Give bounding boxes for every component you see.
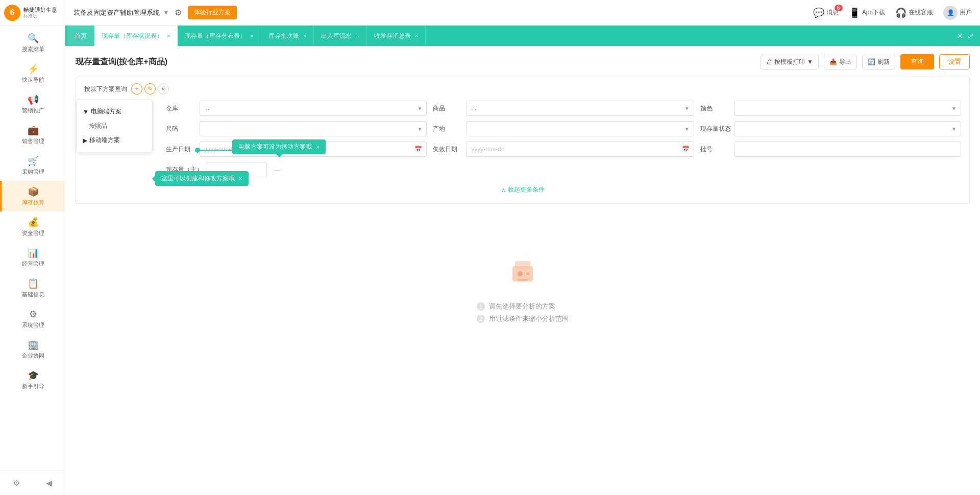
goods-select[interactable]: ... ▼ [467,101,694,116]
empty-tips: 1 请先选择要分析的方案 2 用过滤条件来缩小分析范围 [477,302,569,326]
guide-icon: 🎓 [28,370,39,381]
purchase-icon: 🛒 [28,155,39,167]
origin-select[interactable]: ▼ [467,121,694,136]
reset-button[interactable]: 设置 [939,54,970,69]
warehouse-select-arrow: ▼ [417,106,422,111]
size-select-arrow: ▼ [417,126,422,132]
system-dropdown-icon[interactable]: ▼ [163,9,169,16]
sidebar-item-system[interactable]: ⚙ 系统管理 [0,303,65,334]
page-actions: 🖨 按模板打印 ▼ 📤 导出 🔄 刷新 查询 设置 [761,54,970,69]
tooltip2-close[interactable]: × [239,175,242,182]
sidebar-item-guide[interactable]: 🎓 新手引导 [0,365,65,395]
batch-label: 批号 [700,145,731,154]
sidebar-item-search[interactable]: 🔍 搜索菜单 [0,28,65,58]
sidebar-item-quick-nav[interactable]: ⚡ 快速导航 [0,58,65,89]
search-button[interactable]: 查询 [900,54,934,69]
sidebar: 6 畅捷通好生意 标准版 🔍 搜索菜单 ⚡ 快速导航 📢 营销推广 💼 销售管理… [0,0,65,495]
filter-field-batch: 批号 [700,142,961,157]
user-area[interactable]: 👤 用户 [943,6,972,20]
app-download-btn[interactable]: 📱 App下载 [849,7,885,18]
page-title: 现存量查询(按仓库+商品) [76,57,167,67]
warehouse-select[interactable]: ... ▼ [200,101,427,116]
tab-close-inventory-status[interactable]: × [167,33,170,39]
marketing-icon: 📢 [28,94,39,105]
scheme-pc-child-1[interactable]: 按照品 [77,119,152,133]
filter-label: 按以下方案查询 [84,85,127,93]
maximize-icon[interactable]: ⤢ [967,31,974,41]
message-btn[interactable]: 💬 消息 6 [813,7,839,18]
sidebar-bottom: ⚙ ◀ [0,470,65,495]
close-all-tabs-icon[interactable]: ✕ [957,31,963,41]
collapse-sidebar-btn[interactable]: ◀ [44,476,54,490]
sidebar-item-finance[interactable]: 💰 资金管理 [0,211,65,242]
refresh-btn[interactable]: 🔄 刷新 [862,55,895,69]
scheme-tooltip-1: 电脑方案可设为移动方案哦 × [232,139,326,154]
empty-tip-1: 1 请先选择要分析的方案 [477,302,569,311]
scheme-mobile-group: ▶ 移动端方案 [77,133,152,148]
tab-collection-summary[interactable]: 收发存汇总表 × [367,26,426,46]
message-badge: 6 [835,5,843,11]
header-right: 💬 消息 6 📱 App下载 🎧 在线客服 👤 用户 [813,6,972,20]
gear-button[interactable]: ⚙ [175,8,182,17]
edit-scheme-btn[interactable]: ✎ [144,83,156,95]
origin-select-arrow: ▼ [684,126,690,132]
tab-batch-ledger[interactable]: 库存批次账 × [261,26,314,46]
filter-row-1: 仓库 ... ▼ 商品 ... ▼ 颜色 [166,101,961,116]
tab-close-inout-flow[interactable]: × [356,33,359,39]
filter-field-origin: 产地 ▼ [433,121,694,136]
tab-inventory-dist[interactable]: 现存量（库存分布表） × [178,26,261,46]
filter-actions: + ✎ « [131,83,169,95]
support-btn[interactable]: 🎧 在线客服 [895,7,933,18]
operation-icon: 📊 [28,247,39,258]
add-scheme-btn[interactable]: + [131,83,142,95]
inventory-icon: 📦 [28,186,39,197]
tab-close-batch-ledger[interactable]: × [303,33,306,39]
status-select[interactable]: ▼ [734,121,961,136]
sidebar-item-operation[interactable]: 📊 经营管理 [0,242,65,273]
tab-inout-flow[interactable]: 出入库流水 × [314,26,366,46]
arrow-scheme-btn[interactable]: « [158,83,169,95]
support-icon: 🎧 [895,7,906,18]
origin-label: 产地 [433,125,463,133]
filter-field-warehouse: 仓库 ... ▼ [166,101,427,116]
content-area: 现存量查询(按仓库+商品) 🖨 按模板打印 ▼ 📤 导出 🔄 刷新 [65,46,980,495]
tab-home[interactable]: 首页 [67,26,94,46]
sidebar-item-basic[interactable]: 📋 基础信息 [0,273,65,303]
tab-inventory-status[interactable]: 现存量（库存状况表） × [94,26,178,46]
filter-field-expire-date: 失效日期 yyyy-mm-dd 📅 [433,142,694,157]
sidebar-item-inventory[interactable]: 📦 库存核算 [0,181,65,211]
connector-line [200,150,236,151]
sidebar-item-enterprise[interactable]: 🏢 企业协同 [0,334,65,365]
size-select[interactable]: ▼ [200,121,427,136]
system-name: 装备及固定资产辅助管理系统 ▼ [74,8,169,17]
industry-btn[interactable]: 体验行业方案 [188,6,237,19]
main-area: 装备及固定资产辅助管理系统 ▼ ⚙ 体验行业方案 💬 消息 6 📱 App下载 … [65,0,980,495]
color-select[interactable]: ▼ [734,101,961,116]
collapse-label: 收起更多条件 [508,185,545,194]
refresh-icon: 🔄 [868,58,875,65]
filter-field-color: 颜色 ▼ [700,101,961,116]
sidebar-item-marketing[interactable]: 📢 营销推广 [0,89,65,120]
logo-icon: 6 [4,5,20,21]
settings-bottom-btn[interactable]: ⚙ [11,476,22,490]
filter-field-size: 尺码 ▼ [166,121,427,136]
tooltip1-close[interactable]: × [316,144,320,151]
page-header: 现存量查询(按仓库+商品) 🖨 按模板打印 ▼ 📤 导出 🔄 刷新 [76,54,970,69]
tab-close-inventory-dist[interactable]: × [250,33,253,39]
export-btn[interactable]: 📤 导出 [824,55,857,69]
expire-date-start[interactable]: yyyy-mm-dd 📅 [467,142,694,157]
system-icon: ⚙ [29,309,37,320]
sidebar-item-purchase[interactable]: 🛒 采购管理 [0,150,65,181]
scheme-mobile-expand-icon: ▶ [83,137,87,144]
sidebar-item-sales[interactable]: 💼 销售管理 [0,120,65,150]
batch-input[interactable] [734,142,961,157]
tab-close-collection-summary[interactable]: × [415,33,418,39]
message-icon: 💬 [813,7,824,18]
prod-date-calendar-icon[interactable]: 📅 [414,146,422,153]
goods-label: 商品 [433,104,463,113]
svg-point-2 [518,271,523,276]
expire-date-calendar-icon[interactable]: 📅 [682,146,690,153]
svg-rect-1 [515,261,530,269]
print-btn[interactable]: 🖨 按模板打印 ▼ [761,55,819,69]
filter-section: 按以下方案查询 + ✎ « 电脑方案可设为移动方案哦 × 这里可以创建和修改方案… [76,77,970,204]
